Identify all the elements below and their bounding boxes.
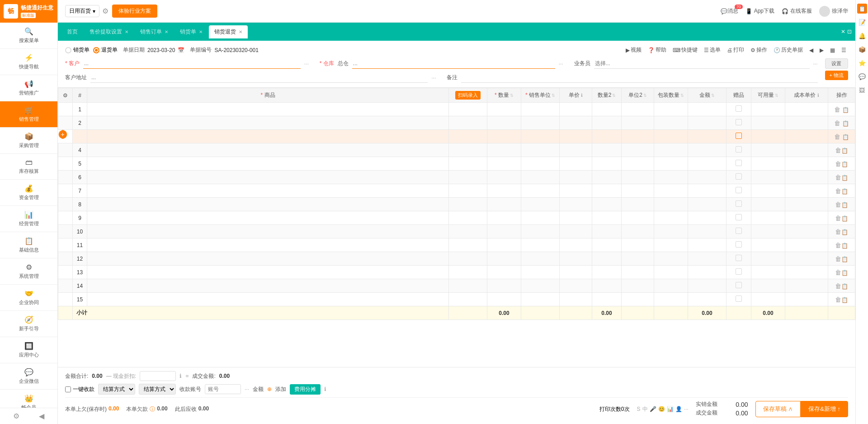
th-gear[interactable]: ⚙	[58, 88, 73, 103]
next-record-btn[interactable]: ▶	[818, 46, 826, 54]
customer-input[interactable]	[83, 58, 301, 69]
history-btn[interactable]: 🕐 历史单据	[772, 45, 805, 55]
delete-row-icon[interactable]: 🗑	[834, 119, 840, 127]
add-row-button[interactable]: +	[61, 130, 65, 139]
goods-cell[interactable]	[87, 116, 449, 130]
sidebar-item-shortcut[interactable]: ⚡ 快捷导航	[0, 49, 57, 75]
sidebar-item-basic[interactable]: 📋 基础信息	[0, 232, 57, 258]
settings-gear-icon[interactable]: ⚙	[102, 7, 108, 15]
add-logistics-button[interactable]: + 物流	[825, 71, 848, 80]
copy-row-icon[interactable]: 📋	[841, 270, 848, 276]
gift-checkbox[interactable]	[736, 241, 742, 248]
one-key-collect-checkbox[interactable]: 一键收款	[65, 386, 94, 393]
delete-row-icon[interactable]: 🗑	[835, 187, 841, 195]
operate-btn[interactable]: ⚙ 操作	[749, 45, 769, 55]
pack-cell[interactable]	[654, 103, 688, 116]
sidebar-item-purchase[interactable]: 📦 采购管理	[0, 128, 57, 154]
tab-close-icon[interactable]: ✕	[239, 29, 242, 34]
sidebar-item-search[interactable]: 🔍 搜索菜单	[0, 23, 57, 49]
prev-record-btn[interactable]: ◀	[807, 46, 815, 54]
tab-sales-order[interactable]: 销售订单 ✕	[135, 25, 174, 38]
gift-checkbox[interactable]	[736, 187, 742, 193]
sidebar-item-member[interactable]: 👑 畅会员	[0, 390, 57, 408]
delete-row-icon[interactable]: 🗑	[835, 214, 841, 222]
sidebar-item-newuser[interactable]: 🧭 新手引导	[0, 311, 57, 337]
goods-input[interactable]	[89, 133, 447, 140]
right-sidebar-btn-package[interactable]: 📦	[857, 44, 867, 54]
copy-row-icon[interactable]: 📋	[841, 148, 848, 154]
right-sidebar-btn-edit[interactable]: 📝	[857, 17, 867, 27]
pack-cell[interactable]	[654, 130, 688, 143]
help-btn[interactable]: ❓ 帮助	[646, 45, 668, 55]
delete-row-icon[interactable]: 🗑	[835, 269, 841, 276]
save-new-button[interactable]: 保存&新增 ↑	[801, 401, 848, 417]
discount-input[interactable]	[140, 371, 176, 381]
tab-close-icon[interactable]: ✕	[165, 29, 168, 34]
qty-cell[interactable]	[487, 130, 521, 143]
goods-cell[interactable]	[87, 103, 449, 116]
right-sidebar-btn-star[interactable]: ⭐	[857, 58, 867, 68]
amount-cell[interactable]	[688, 116, 726, 130]
account-input[interactable]	[205, 384, 241, 394]
copy-row-icon[interactable]: 📋	[841, 229, 848, 235]
amount-cell[interactable]	[688, 130, 726, 143]
online-service-btn[interactable]: 🎧 在线客服	[782, 7, 812, 15]
copy-row-icon[interactable]: 📋	[842, 134, 849, 140]
sidebar-item-enterprise[interactable]: 🤝 企业协同	[0, 285, 57, 311]
tab-sales-return[interactable]: 销货退货 ✕	[209, 25, 248, 38]
qty-cell[interactable]	[487, 116, 521, 130]
copy-row-icon[interactable]: 📋	[841, 283, 848, 290]
qty2-cell[interactable]	[592, 130, 622, 143]
salesman-input[interactable]	[594, 58, 810, 69]
industry-select[interactable]: 日用百货 ▾	[65, 5, 99, 17]
account-more-icon[interactable]: ···	[245, 386, 249, 392]
copy-row-icon[interactable]: 📋	[842, 120, 849, 127]
delete-row-icon[interactable]: 🗑	[835, 228, 841, 235]
unit2-cell[interactable]	[622, 116, 654, 130]
qty2-cell[interactable]	[592, 103, 622, 116]
gift-checkbox[interactable]	[736, 214, 742, 220]
delete-row-icon[interactable]: 🗑	[835, 282, 841, 290]
calc-method-select[interactable]: 结算方式	[139, 384, 176, 395]
restore-tab-icon[interactable]: ⊡	[847, 29, 852, 35]
qty-cell[interactable]	[487, 103, 521, 116]
sidebar-item-system[interactable]: ⚙ 系统管理	[0, 258, 57, 285]
collapse-btn[interactable]: ◀	[39, 412, 44, 420]
gift-checkbox[interactable]	[736, 228, 742, 234]
unit2-cell[interactable]	[622, 103, 654, 116]
gift-checkbox[interactable]	[736, 268, 742, 275]
video-btn[interactable]: ▶ 视频	[624, 45, 643, 55]
sidebar-item-finance[interactable]: 💰 资金管理	[0, 180, 57, 206]
tab-home[interactable]: 首页	[61, 25, 83, 38]
gift-checkbox[interactable]	[736, 119, 742, 125]
calendar-icon[interactable]: 📅	[178, 47, 184, 53]
add-payment-icon[interactable]: ⊕	[267, 386, 272, 392]
warehouse-input[interactable]	[352, 58, 555, 69]
shortcut-toolbar-btn[interactable]: ⌨ 快捷键	[671, 45, 699, 55]
sidebar-item-operation[interactable]: 📊 经营管理	[0, 206, 57, 232]
select-order-btn[interactable]: ☰ 选单	[702, 45, 722, 55]
amount-cell[interactable]	[688, 103, 726, 116]
gift-checkbox[interactable]	[736, 105, 742, 112]
list-view-btn[interactable]: ☰	[840, 46, 848, 54]
delete-row-icon[interactable]: 🗑	[834, 106, 840, 113]
copy-row-icon[interactable]: 📋	[841, 243, 848, 249]
delete-row-icon[interactable]: 🗑	[835, 242, 841, 249]
delete-row-icon[interactable]: 🗑	[835, 255, 841, 262]
gift-checkbox[interactable]	[736, 282, 742, 288]
address-input[interactable]	[90, 72, 428, 83]
scan-button[interactable]: 扫码录入	[455, 91, 481, 100]
warehouse-more-icon[interactable]: ···	[559, 61, 563, 67]
grid-view-btn[interactable]: ▦	[828, 46, 837, 54]
delete-row-icon[interactable]: 🗑	[835, 296, 841, 303]
copy-row-icon[interactable]: 📋	[841, 297, 848, 303]
unit-cell[interactable]	[521, 130, 560, 143]
qty2-cell[interactable]	[592, 116, 622, 130]
gift-checkbox[interactable]	[736, 255, 742, 261]
gift-checkbox[interactable]	[736, 146, 742, 152]
address-more-icon[interactable]: ···	[431, 75, 436, 81]
settings-bottom-btn[interactable]: ⚙	[13, 412, 19, 420]
unit-cell[interactable]	[521, 116, 560, 130]
sidebar-item-sales[interactable]: 🛒 销售管理	[0, 101, 57, 128]
delete-row-icon[interactable]: 🗑	[835, 201, 841, 208]
